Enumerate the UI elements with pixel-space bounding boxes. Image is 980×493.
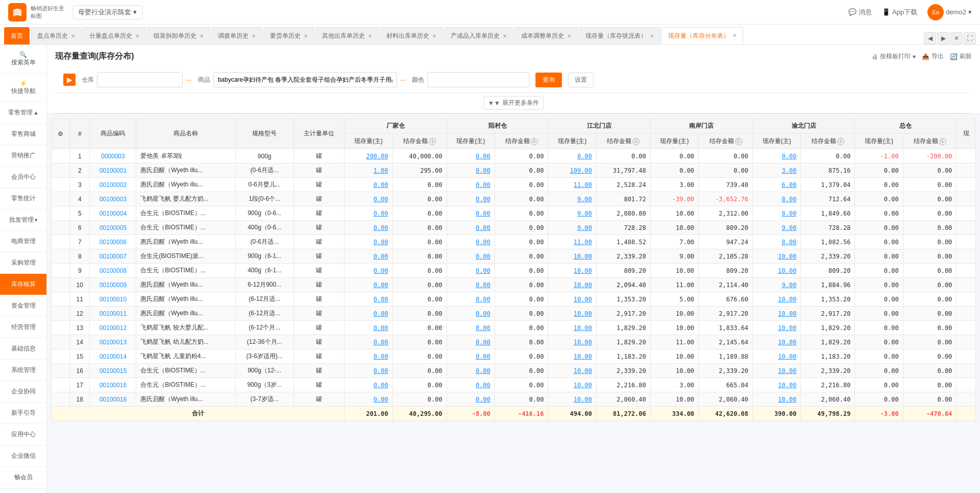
tab-sub-inventory[interactable]: 分量盘点单历史 ✕ [83, 27, 146, 44]
tab-close-icon[interactable]: ✕ [432, 34, 436, 39]
row-index: 11 [70, 292, 90, 307]
row-index: 18 [70, 392, 90, 407]
tab-close-icon[interactable]: ✕ [71, 34, 75, 39]
sidebar-item-ecommerce[interactable]: 电商管理 [0, 231, 46, 252]
tab-home[interactable]: 首页 [4, 27, 30, 44]
th-settings[interactable]: ⚙ [52, 119, 70, 149]
info-icon[interactable]: ① [735, 138, 742, 145]
tab-stock-status[interactable]: 现存量（库存状况表） ✕ [579, 27, 660, 44]
warehouse-input[interactable] [97, 72, 183, 87]
tab-other-out[interactable]: 其他出库单历史 ✕ [315, 27, 379, 44]
tab-close-icon[interactable]: ✕ [200, 34, 204, 39]
sidebar-item-retail-stats[interactable]: 零售统计 [0, 188, 46, 209]
row-name: 惠氏启醒（Wyeth illu... [136, 163, 235, 178]
row-w1-qty: 0.00 [345, 349, 393, 364]
query-btn[interactable]: 查询 [535, 73, 562, 87]
tab-prev-btn[interactable]: ◀ [924, 32, 936, 44]
sidebar-item-operations[interactable]: 经营管理 [0, 317, 46, 338]
message-icon: 💬 [848, 8, 856, 16]
product-pick-icon[interactable]: ··· [400, 76, 406, 84]
row-total-qty: 0.00 [855, 192, 903, 206]
row-settings [52, 206, 70, 221]
tab-transfer[interactable]: 调拨单历史 ✕ [211, 27, 262, 44]
refresh-btn[interactable]: 🔄 刷新 [950, 52, 972, 61]
tab-inventory-check[interactable]: 盘点单历史 ✕ [31, 27, 82, 44]
sidebar-item-inventory[interactable]: 库存核算 [0, 274, 46, 295]
row-w5-qty: 10.00 [753, 307, 801, 321]
sidebar-item-marketing[interactable]: 营销推广 [0, 145, 46, 167]
company-selector[interactable]: 母婴行业演示陈套 ▾ [72, 5, 142, 19]
row-total-qty: 0.00 [855, 321, 903, 335]
tab-requisition[interactable]: 要货单历史 ✕ [263, 27, 314, 44]
export-btn[interactable]: 📤 导出 [922, 52, 944, 61]
tab-close-icon[interactable]: ✕ [252, 34, 256, 39]
sidebar-item-purchase[interactable]: 采购管理 [0, 252, 46, 274]
sidebar-item-enterprise[interactable]: 企业协同 [0, 381, 46, 403]
sidebar-item-wecom[interactable]: 企业微信 [0, 445, 46, 467]
sidebar-item-retail-mall[interactable]: 零售商城 [0, 124, 46, 145]
row-w2-amt: 0.00 [495, 149, 548, 163]
warehouse-pick-icon[interactable]: ··· [186, 76, 192, 84]
message-btn[interactable]: 💬 消息 [848, 8, 872, 17]
tab-close-icon[interactable]: ✕ [503, 34, 507, 39]
app-download-btn[interactable]: 📱 App下载 [882, 8, 917, 17]
sidebar-item-system[interactable]: 系统管理 [0, 360, 46, 381]
row-total-qty: 0.00 [855, 307, 903, 321]
sidebar-item-nav[interactable]: ⚡ 快捷导航 [0, 74, 46, 102]
info-icon[interactable]: ① [939, 138, 946, 145]
tab-stock-dist[interactable]: 现存量（库存分布表） ✕ [662, 27, 743, 44]
info-icon[interactable]: ① [837, 138, 844, 145]
row-w2-qty: 0.00 [447, 335, 495, 349]
info-icon[interactable]: ① [632, 138, 640, 145]
tab-close-icon[interactable]: ✕ [304, 34, 308, 39]
sidebar-item-guide[interactable]: 新手引导 [0, 403, 46, 424]
row-spec: 400g（0-6... [235, 221, 293, 235]
row-index: 10 [70, 278, 90, 292]
th-warehouse1: 厂家仓 [345, 119, 447, 134]
table-row: 4 00100003 飞鹤星飞帆 婴儿配方奶... 1段(0-6个... 罐 0… [52, 192, 976, 206]
row-name: 合生元（BIOSTIME）... [136, 378, 235, 392]
tab-material-out[interactable]: 材料出库单历史 ✕ [380, 27, 443, 44]
table-container[interactable]: ⚙ # 商品编码 商品名称 规格型号 主计量单位 厂家仓 陌村仓 江北门店 南岸… [47, 114, 980, 493]
info-icon[interactable]: ① [429, 138, 436, 145]
row-w2-amt: 0.00 [495, 264, 548, 278]
tab-product-in[interactable]: 产成品入库单历史 ✕ [444, 27, 513, 44]
row-unit: 罐 [293, 221, 344, 235]
info-icon[interactable]: ① [531, 138, 538, 145]
tab-close-icon[interactable]: ✕ [732, 33, 737, 38]
sidebar-item-app-center[interactable]: 应用中心 [0, 424, 46, 445]
sidebar-item-finance[interactable]: 资金管理 [0, 295, 46, 317]
tab-close-icon[interactable]: ✕ [567, 34, 571, 39]
settings-gear-icon[interactable]: ⚙ [58, 130, 63, 137]
row-w5-amt: 1,829.20 [801, 335, 855, 349]
tab-next-btn[interactable]: ▶ [937, 32, 949, 44]
sidebar-item-search[interactable]: 🔍 搜索英单 [0, 45, 46, 74]
print-btn[interactable]: 🖨 按模板打印 ▾ [872, 52, 916, 61]
sidebar-item-wholesale[interactable]: 批发管理 ▾ [0, 209, 46, 231]
tab-close-icon[interactable]: ✕ [135, 34, 139, 39]
tab-close-icon[interactable]: ✕ [368, 34, 372, 39]
tab-fullscreen-btn[interactable]: ⛶ [964, 32, 976, 44]
row-w4-amt: 0.00 [699, 163, 753, 178]
user-profile[interactable]: Ea demo2 ▾ [927, 4, 972, 20]
tab-assembly[interactable]: 组装拆卸单历史 ✕ [147, 27, 210, 44]
filter-expand-btn[interactable]: ▶ [63, 74, 76, 86]
sidebar-item-member2[interactable]: 畅会员 [0, 467, 46, 488]
tab-close-all-btn[interactable]: ✕ [950, 32, 963, 44]
tab-cost-adjust[interactable]: 成本调整单历史 ✕ [514, 27, 578, 44]
color-input[interactable] [427, 72, 529, 87]
sidebar-item-retail-mgmt[interactable]: 零售管理 ▲ [0, 102, 46, 124]
row-spec: (6-12月适... [235, 292, 293, 307]
tab-close-icon[interactable]: ✕ [650, 34, 654, 39]
table-row: 9 00100008 合生元（BIOSTIME）... 400g（6-1... … [52, 264, 976, 278]
sidebar-item-basic-info[interactable]: 基础信息 [0, 338, 46, 360]
table-row: 2 00100001 惠氏启醒（Wyeth illu... (0-6月适... … [52, 163, 976, 178]
sum-w1-qty: 201.00 [345, 407, 393, 421]
row-w2-qty: 0.00 [447, 307, 495, 321]
expand-conditions-btn[interactable]: ▼▼ 展开更多条件 [483, 96, 544, 110]
row-w2-amt: 0.00 [495, 192, 548, 206]
row-w3-qty: 10.00 [548, 321, 596, 335]
settings-btn[interactable]: 设置 [568, 73, 594, 87]
product-input[interactable] [213, 72, 397, 87]
sidebar-item-member[interactable]: 会员中心 [0, 167, 46, 188]
